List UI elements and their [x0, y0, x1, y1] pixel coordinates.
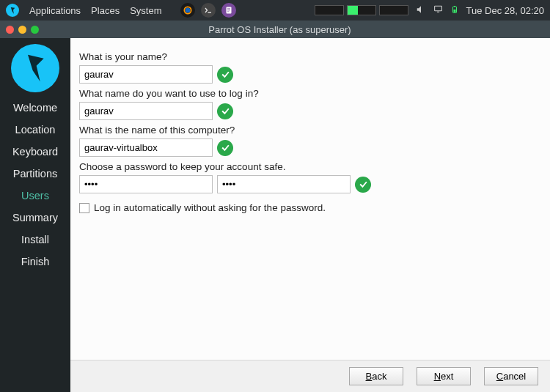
terminal-icon[interactable] — [201, 3, 216, 18]
sidebar-item-install[interactable]: Install — [0, 229, 70, 251]
cancel-button[interactable]: Cancel — [484, 367, 538, 385]
autologin-checkbox[interactable] — [79, 203, 89, 213]
sidebar-logo-icon — [11, 44, 59, 92]
battery-icon[interactable] — [450, 4, 459, 17]
mem-indicator — [347, 5, 376, 15]
svg-rect-8 — [454, 6, 455, 7]
sidebar-item-location[interactable]: Location — [0, 119, 70, 141]
topbar-right: Tue Dec 28, 02:20 — [315, 4, 544, 17]
autologin-label: Log in automatically without asking for … — [94, 202, 326, 213]
net-indicator — [379, 5, 408, 15]
svg-rect-2 — [227, 9, 230, 10]
sidebar-item-welcome[interactable]: Welcome — [0, 97, 70, 119]
login-label: What name do you want to use to log in? — [79, 88, 541, 99]
display-icon[interactable] — [433, 4, 443, 16]
login-input[interactable] — [79, 102, 213, 120]
window-title: Parrot OS Installer (as superuser) — [45, 24, 544, 35]
password-input[interactable] — [79, 175, 213, 193]
check-icon — [217, 140, 233, 156]
cancel-rest: ancel — [503, 371, 526, 382]
window-close-button[interactable] — [6, 26, 14, 34]
check-icon — [355, 177, 371, 193]
button-bar: Back Next Cancel — [70, 360, 550, 392]
back-button[interactable]: Back — [349, 367, 403, 385]
installer-body: Welcome Location Keyboard Partitions Use… — [0, 38, 550, 392]
name-label: What is your name? — [79, 51, 541, 62]
main-panel: What is your name? What name do you want… — [70, 38, 550, 392]
window-minimize-button[interactable] — [18, 26, 26, 34]
clock[interactable]: Tue Dec 28, 02:20 — [466, 5, 544, 16]
next-rest: ext — [441, 371, 453, 382]
window-controls — [6, 26, 39, 34]
check-icon — [217, 103, 233, 119]
menu-system[interactable]: System — [130, 5, 161, 16]
menu-applications[interactable]: Applications — [29, 5, 81, 16]
file-icon[interactable] — [221, 3, 236, 18]
password-confirm-input[interactable] — [217, 175, 351, 193]
system-indicators — [315, 5, 408, 15]
svg-point-0 — [186, 8, 191, 13]
window-titlebar: Parrot OS Installer (as superuser) — [0, 21, 550, 38]
password-label: Choose a password to keep your account s… — [79, 161, 541, 172]
sidebar-item-keyboard[interactable]: Keyboard — [0, 141, 70, 163]
cpu-indicator — [315, 5, 344, 15]
menu-places[interactable]: Places — [91, 5, 120, 16]
sidebar-item-finish[interactable]: Finish — [0, 251, 70, 273]
volume-icon[interactable] — [416, 4, 426, 17]
autologin-row[interactable]: Log in automatically without asking for … — [79, 202, 541, 213]
svg-rect-4 — [227, 12, 230, 12]
svg-rect-3 — [227, 10, 230, 11]
desktop-top-panel: Applications Places System — [0, 0, 550, 21]
topbar-left: Applications Places System — [6, 3, 236, 18]
window-maximize-button[interactable] — [31, 26, 39, 34]
check-icon — [217, 67, 233, 83]
sidebar-item-summary[interactable]: Summary — [0, 207, 70, 229]
sidebar-item-partitions[interactable]: Partitions — [0, 163, 70, 185]
sidebar: Welcome Location Keyboard Partitions Use… — [0, 38, 70, 392]
svg-rect-6 — [436, 12, 439, 12]
firefox-icon[interactable] — [180, 3, 195, 18]
hostname-input[interactable] — [79, 138, 213, 157]
sidebar-item-users[interactable]: Users — [0, 185, 70, 207]
next-button[interactable]: Next — [417, 367, 471, 385]
name-input[interactable] — [79, 65, 213, 84]
hostname-label: What is the name of this computer? — [79, 125, 541, 136]
svg-rect-5 — [434, 6, 441, 11]
svg-rect-9 — [453, 10, 455, 12]
parrot-logo-icon[interactable] — [6, 4, 19, 17]
back-rest: ack — [372, 371, 386, 382]
users-form: What is your name? What name do you want… — [70, 38, 550, 360]
quick-launch — [180, 3, 236, 18]
